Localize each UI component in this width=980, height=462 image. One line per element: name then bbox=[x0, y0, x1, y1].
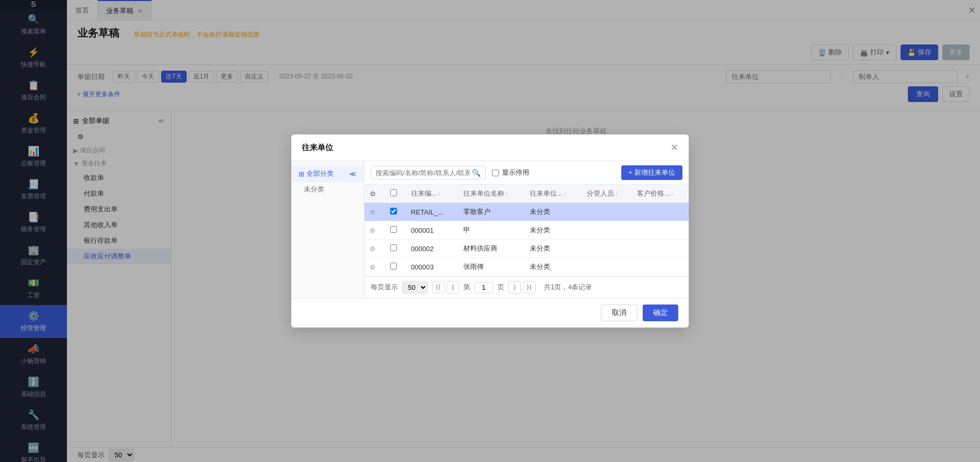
row-code: 000002 bbox=[406, 240, 458, 258]
cancel-button[interactable]: 取消 bbox=[601, 305, 637, 321]
settings-icon: ⚙ bbox=[370, 190, 376, 198]
row-select-checkbox[interactable] bbox=[390, 226, 397, 233]
row-name: 零散客户 bbox=[458, 203, 525, 221]
page-label-second: 页 bbox=[497, 283, 504, 292]
pagination: ⟨⟨ ⟨ 第 页 ⟩ ⟩⟩ bbox=[432, 281, 535, 294]
modal-title: 往来单位 bbox=[302, 143, 333, 153]
row-actions[interactable]: ⚙ bbox=[364, 203, 385, 221]
col-checkbox[interactable] bbox=[385, 185, 406, 203]
sort-icon-name: ↕ bbox=[505, 191, 508, 197]
modal-backdrop[interactable]: 往来单位 ✕ ⊞ 全部分类 ≪ 未分类 🔍 bbox=[0, 0, 980, 462]
modal-main: 🔍 显示停用 + 新增往来单位 ⚙ bbox=[364, 161, 689, 298]
row-code: RETAIL_... bbox=[406, 203, 458, 221]
modal-sidebar: ⊞ 全部分类 ≪ 未分类 bbox=[291, 161, 364, 298]
sort-icon-manager: ↕ bbox=[615, 191, 618, 197]
row-checkbox[interactable] bbox=[385, 240, 406, 258]
row-actions[interactable]: ⚙ bbox=[364, 258, 385, 276]
sort-icon-price: ↕ bbox=[671, 191, 674, 197]
row-actions[interactable]: ⚙ bbox=[364, 221, 385, 240]
modal-body: ⊞ 全部分类 ≪ 未分类 🔍 显示停用 bbox=[291, 161, 689, 298]
modal-footer-bar: 每页显示 50 ⟨⟨ ⟨ 第 页 ⟩ ⟩⟩ 共1页，4条记录 bbox=[364, 276, 689, 298]
row-name: 甲 bbox=[458, 221, 525, 240]
modal-table-wrap: ⚙ 往来编...↕ 往来单位名称↕ 往来单位...↕ 分管人员↕ 客户价格...… bbox=[364, 185, 689, 276]
select-all-checkbox[interactable] bbox=[390, 189, 397, 196]
row-manager bbox=[582, 240, 632, 258]
modal-actions: 取消 确定 bbox=[291, 298, 689, 328]
row-price bbox=[632, 258, 689, 276]
modal-page-size-select[interactable]: 50 bbox=[402, 281, 428, 294]
row-checkbox[interactable] bbox=[385, 203, 406, 221]
row-checkbox[interactable] bbox=[385, 221, 406, 240]
row-manager bbox=[582, 258, 632, 276]
col-manager: 分管人员↕ bbox=[582, 185, 632, 203]
modal-sidebar-uncategorized[interactable]: 未分类 bbox=[291, 182, 364, 197]
next-page-button[interactable]: ⟩ bbox=[508, 281, 521, 294]
row-category: 未分类 bbox=[525, 203, 582, 221]
first-page-button[interactable]: ⟨⟨ bbox=[432, 281, 445, 294]
row-name: 材料供应商 bbox=[458, 240, 525, 258]
row-manager bbox=[582, 203, 632, 221]
modal-search-box[interactable]: 🔍 bbox=[371, 166, 486, 179]
col-code: 往来编...↕ bbox=[406, 185, 458, 203]
page-label-first: 第 bbox=[463, 283, 470, 292]
row-price bbox=[632, 203, 689, 221]
row-select-checkbox[interactable] bbox=[390, 244, 397, 251]
grid-icon2: ⊞ bbox=[299, 170, 304, 178]
add-partner-button[interactable]: + 新增往来单位 bbox=[621, 165, 682, 180]
row-actions[interactable]: ⚙ bbox=[364, 240, 385, 258]
show-disabled-label[interactable]: 显示停用 bbox=[492, 168, 529, 177]
row-category: 未分类 bbox=[525, 240, 582, 258]
modal-table-row[interactable]: ⚙ RETAIL_... 零散客户 未分类 bbox=[364, 203, 689, 221]
modal-search-input[interactable] bbox=[375, 169, 470, 177]
row-select-checkbox[interactable] bbox=[390, 208, 397, 215]
modal-table-row[interactable]: ⚙ 000003 张雨傅 未分类 bbox=[364, 258, 689, 276]
row-name: 张雨傅 bbox=[458, 258, 525, 276]
col-category: 往来单位...↕ bbox=[525, 185, 582, 203]
row-select-checkbox[interactable] bbox=[390, 263, 397, 269]
row-category: 未分类 bbox=[525, 258, 582, 276]
row-checkbox[interactable] bbox=[385, 258, 406, 276]
page-size-label: 每页显示 bbox=[371, 283, 398, 292]
modal-table-row[interactable]: ⚙ 000002 材料供应商 未分类 bbox=[364, 240, 689, 258]
row-price bbox=[632, 221, 689, 240]
modal-table: ⚙ 往来编...↕ 往来单位名称↕ 往来单位...↕ 分管人员↕ 客户价格...… bbox=[364, 185, 689, 276]
partner-modal: 往来单位 ✕ ⊞ 全部分类 ≪ 未分类 🔍 bbox=[291, 134, 689, 328]
row-code: 000001 bbox=[406, 221, 458, 240]
row-code: 000003 bbox=[406, 258, 458, 276]
modal-sidebar-all-label: 全部分类 bbox=[306, 169, 334, 178]
last-page-button[interactable]: ⟩⟩ bbox=[523, 281, 535, 294]
modal-sidebar-collapse-icon[interactable]: ≪ bbox=[349, 170, 357, 178]
show-disabled-checkbox[interactable] bbox=[492, 170, 499, 176]
sort-icon-code: ↕ bbox=[438, 191, 441, 197]
page-number-input[interactable] bbox=[474, 282, 493, 293]
modal-close-button[interactable]: ✕ bbox=[670, 142, 678, 153]
row-price bbox=[632, 240, 689, 258]
page-total: 共1页，4条记录 bbox=[544, 283, 592, 292]
show-disabled-text: 显示停用 bbox=[502, 168, 529, 177]
row-manager bbox=[582, 221, 632, 240]
modal-sidebar-all[interactable]: ⊞ 全部分类 ≪ bbox=[291, 165, 364, 182]
search-icon: 🔍 bbox=[472, 168, 481, 177]
modal-table-row[interactable]: ⚙ 000001 甲 未分类 bbox=[364, 221, 689, 240]
confirm-button[interactable]: 确定 bbox=[643, 305, 678, 321]
col-name: 往来单位名称↕ bbox=[458, 185, 525, 203]
modal-header: 往来单位 ✕ bbox=[291, 134, 689, 161]
modal-toolbar: 🔍 显示停用 + 新增往来单位 bbox=[364, 161, 689, 185]
modal-table-header-row: ⚙ 往来编...↕ 往来单位名称↕ 往来单位...↕ 分管人员↕ 客户价格...… bbox=[364, 185, 689, 203]
prev-page-button[interactable]: ⟨ bbox=[447, 281, 459, 294]
sort-icon-category: ↕ bbox=[564, 191, 566, 197]
col-price: 客户价格...↕ bbox=[632, 185, 689, 203]
row-category: 未分类 bbox=[525, 221, 582, 240]
col-settings[interactable]: ⚙ bbox=[364, 185, 385, 203]
